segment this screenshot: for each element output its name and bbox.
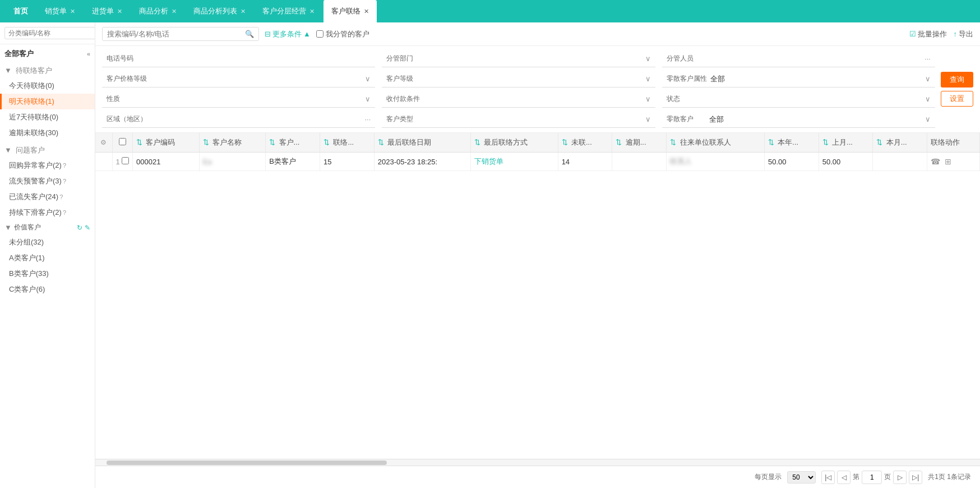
close-icon[interactable]: ✕	[117, 8, 122, 15]
sort-icon[interactable]: ⇅	[203, 138, 209, 146]
next-page-btn[interactable]: ▷	[893, 471, 907, 484]
close-icon[interactable]: ✕	[70, 8, 75, 15]
nav-product-list[interactable]: 商品分析列表 ✕	[186, 0, 253, 22]
sort-icon[interactable]: ⇅	[323, 138, 330, 146]
search-bar: 🔍 ⊟ 更多条件 ▲ 我分管的客户 ☑ 批量操作 ↑ 导出	[95, 22, 980, 46]
sidebar-item-today[interactable]: 今天待联络(0)	[0, 78, 95, 94]
dropdown-icon[interactable]: ∨	[645, 95, 651, 103]
nav-product-analysis[interactable]: 商品分析 ✕	[131, 0, 184, 22]
row-name: Ea	[199, 153, 266, 171]
sidebar-item-a-class[interactable]: A类客户(1)	[0, 250, 95, 266]
select-all-checkbox[interactable]	[119, 138, 126, 145]
sidebar-item-b-class[interactable]: B类客户(33)	[0, 266, 95, 282]
export-btn[interactable]: ↑ 导出	[954, 29, 974, 39]
filter-dept: 分管部门 ∨	[382, 50, 655, 67]
sidebar-item-churn-warning[interactable]: 流失预警客户(3) ?	[0, 173, 95, 189]
toolbar-right: ☑ 批量操作 ↑ 导出	[909, 29, 974, 39]
per-page-label: 每页显示	[755, 472, 782, 482]
sort-icon[interactable]: ⇅	[269, 138, 275, 146]
col-this-month: ⇅ 本月...	[873, 133, 927, 153]
sort-icon[interactable]: ⇅	[822, 138, 829, 146]
page-input[interactable]	[862, 471, 882, 484]
row-not-contacted: 14	[558, 153, 612, 171]
search-icon[interactable]: 🔍	[245, 30, 254, 38]
row-last-date: 2023-05-23 18:25:	[374, 153, 470, 171]
sort-icon[interactable]: ⇅	[768, 138, 774, 146]
sort-icon[interactable]: ⇅	[136, 138, 142, 146]
my-customers-checkbox[interactable]	[316, 30, 323, 38]
question-icon: ?	[63, 209, 66, 216]
dropdown-icon[interactable]: ∨	[645, 75, 651, 83]
chevron-up-icon: ▲	[303, 30, 311, 38]
settings-button[interactable]: 设置	[941, 91, 973, 107]
col-settings[interactable]: ⚙	[95, 133, 112, 153]
sort-icon[interactable]: ⇅	[474, 138, 480, 146]
more-conditions-btn[interactable]: ⊟ 更多条件 ▲	[265, 29, 311, 39]
dropdown-icon[interactable]: ∨	[645, 115, 651, 123]
sidebar-search-wrap: 🔍	[0, 22, 95, 44]
value-customers-header[interactable]: ▼ 价值客户 ↻ ✎	[0, 220, 95, 234]
close-icon[interactable]: ✕	[309, 8, 315, 15]
batch-op-btn[interactable]: ☑ 批量操作	[909, 29, 947, 39]
sort-icon[interactable]: ⇅	[562, 138, 568, 146]
total-info: 共1页 1条记录	[928, 472, 971, 482]
prev-page-btn[interactable]: ◁	[837, 471, 850, 484]
close-icon[interactable]: ✕	[241, 8, 246, 15]
more-icon[interactable]: ···	[924, 54, 931, 63]
filter-price-grade: 客户价格等级 ∨	[102, 71, 375, 88]
export-icon: ↑	[954, 30, 958, 38]
sidebar-item-7days[interactable]: 近7天待联络(0)	[0, 109, 95, 125]
sidebar-item-repurchase[interactable]: 回购异常客户(2) ?	[0, 158, 95, 173]
nav-home[interactable]: 首页	[6, 0, 36, 22]
close-icon[interactable]: ✕	[364, 8, 369, 15]
row-select-checkbox[interactable]	[122, 157, 129, 164]
collapse-icon[interactable]: «	[87, 50, 90, 57]
customer-name-blurred: Ea	[203, 158, 212, 166]
first-page-btn[interactable]: |◁	[821, 471, 835, 484]
last-page-btn[interactable]: ▷|	[909, 471, 922, 484]
query-button[interactable]: 查询	[941, 72, 973, 88]
sidebar-item-c-class[interactable]: C类客户(6)	[0, 282, 95, 297]
sidebar-item-churned[interactable]: 已流失客户(24) ?	[0, 189, 95, 205]
dropdown-icon[interactable]: ∨	[925, 115, 931, 123]
edit-icon[interactable]: ✎	[85, 224, 90, 232]
nav-customer-tier[interactable]: 客户分层经营 ✕	[255, 0, 322, 22]
sidebar-item-tomorrow[interactable]: 明天待联络(1)	[0, 94, 95, 109]
sidebar-item-declining[interactable]: 持续下滑客户(2) ?	[0, 205, 95, 220]
sort-icon[interactable]: ⇅	[670, 138, 676, 146]
sidebar-item-ungrouped[interactable]: 未分组(32)	[0, 234, 95, 250]
page-size-select[interactable]: 50 20 100	[787, 471, 816, 484]
question-icon: ?	[63, 178, 66, 185]
last-method-link[interactable]: 下销货单	[474, 157, 503, 165]
nav-customer-contact[interactable]: 客户联络 ✕	[323, 0, 377, 22]
col-code: ⇅ 客户编码	[133, 133, 200, 153]
sort-icon[interactable]: ⇅	[616, 138, 622, 146]
all-customers-header: 全部客户 «	[0, 44, 95, 61]
col-unit-contact: ⇅ 往来单位联系人	[667, 133, 765, 153]
scrollbar-thumb[interactable]	[107, 461, 387, 465]
horizontal-scrollbar[interactable]	[95, 459, 980, 466]
sidebar-search-input[interactable]	[4, 27, 95, 39]
problem-customers-label: ▼ 问题客户	[0, 143, 95, 158]
filter-manager: 分管人员 ···	[662, 50, 935, 67]
customers-table: ⚙ ⇅ 客户编码 ⇅ 客户名称 ⇅	[95, 133, 980, 171]
close-icon[interactable]: ✕	[172, 8, 177, 15]
phone-icon[interactable]: ☎	[931, 157, 940, 166]
sort-icon[interactable]: ⇅	[378, 138, 384, 146]
dropdown-icon[interactable]: ∨	[365, 95, 371, 103]
grid-icon[interactable]: ⊞	[945, 157, 951, 166]
row-customer-type: B类客户	[266, 153, 320, 171]
nav-purchase[interactable]: 进货单 ✕	[84, 0, 130, 22]
filter-region: 区域（地区） ···	[102, 111, 375, 128]
search-input[interactable]	[107, 30, 245, 38]
sidebar-item-overdue[interactable]: 逾期未联络(30)	[0, 125, 95, 141]
dropdown-icon[interactable]: ∨	[365, 75, 371, 83]
dropdown-icon[interactable]: ∨	[925, 75, 931, 83]
more-icon[interactable]: ···	[364, 115, 371, 123]
dropdown-icon[interactable]: ∨	[645, 54, 651, 63]
sort-icon[interactable]: ⇅	[876, 138, 882, 146]
refresh-icon[interactable]: ↻	[77, 224, 82, 232]
nav-sales[interactable]: 销货单 ✕	[37, 0, 83, 22]
dropdown-icon[interactable]: ∨	[925, 95, 931, 103]
filter-retail-customer: 零散客户 全部 ∨	[662, 111, 935, 128]
